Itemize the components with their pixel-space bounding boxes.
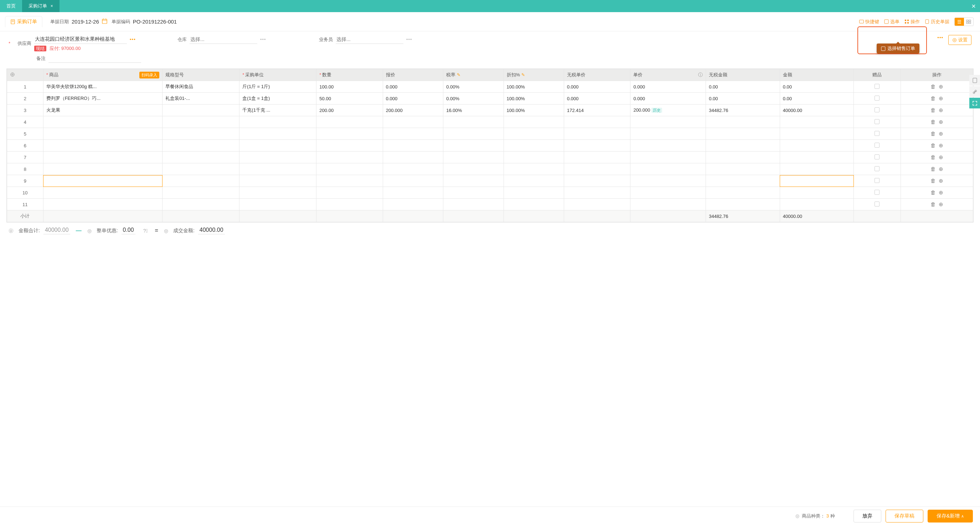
cell-amount-notax[interactable]	[706, 199, 780, 211]
cell-amount[interactable]	[780, 163, 854, 175]
table-row[interactable]: 10 🗑⊕	[7, 187, 973, 199]
cell-discount[interactable]	[504, 187, 564, 199]
cell-price-notax[interactable]: 0.000	[564, 93, 630, 104]
cell-amount-notax[interactable]	[706, 163, 780, 175]
checkbox[interactable]	[875, 178, 880, 183]
cell-discount[interactable]: 100.00%	[504, 81, 564, 93]
cell-amount-notax[interactable]	[706, 140, 780, 152]
col-ops[interactable]: 操作	[900, 69, 973, 81]
help-icon[interactable]: ?⃝	[143, 228, 148, 234]
view-card-icon[interactable]	[964, 18, 973, 26]
settings-button[interactable]: 设置	[948, 35, 972, 45]
cell-spec[interactable]	[162, 152, 239, 163]
scan-button[interactable]: 扫码录入	[139, 72, 159, 78]
cell-price[interactable]	[630, 187, 706, 199]
cell-quote[interactable]	[383, 128, 443, 140]
cell-quote[interactable]	[383, 140, 443, 152]
cell-qty[interactable]	[317, 163, 383, 175]
cell-spec[interactable]	[162, 163, 239, 175]
cell-price[interactable]	[630, 199, 706, 211]
deal-value[interactable]: 40000.00	[198, 227, 225, 234]
cell-quote[interactable]	[383, 116, 443, 128]
add-row-icon[interactable]: ⊕	[939, 142, 943, 148]
cell-gift[interactable]	[854, 116, 900, 128]
cell-unit[interactable]	[239, 152, 317, 163]
cell-price[interactable]	[630, 128, 706, 140]
cell-amount-notax[interactable]: 0.00	[706, 93, 780, 104]
cell-price-notax[interactable]	[564, 187, 630, 199]
checkbox[interactable]	[875, 107, 880, 112]
cell-quote[interactable]	[383, 152, 443, 163]
cell-amount-notax[interactable]	[706, 116, 780, 128]
cell-spec[interactable]	[162, 175, 239, 187]
col-qty[interactable]: *数量	[317, 69, 383, 81]
rail-link-icon[interactable]	[969, 86, 980, 97]
cell-product[interactable]	[43, 199, 162, 211]
checkbox[interactable]	[875, 84, 880, 89]
cell-unit[interactable]: 千克(1千克 ...	[239, 104, 317, 116]
history-link[interactable]: 历史单据	[925, 19, 949, 25]
cell-tax[interactable]	[443, 199, 504, 211]
cell-gift[interactable]	[854, 187, 900, 199]
close-icon[interactable]: ×	[51, 3, 53, 8]
cell-amount[interactable]: 40000.00	[780, 104, 854, 116]
cell-spec[interactable]	[162, 187, 239, 199]
history-tag[interactable]: 历史	[651, 108, 662, 113]
edit-icon[interactable]: ✎	[457, 72, 460, 77]
cell-qty[interactable]: 50.00	[317, 93, 383, 104]
delete-row-icon[interactable]: 🗑	[931, 83, 936, 89]
cell-product[interactable]	[43, 152, 162, 163]
cell-amount[interactable]: 0.00	[780, 93, 854, 104]
add-row-icon[interactable]: ⊕	[939, 107, 943, 113]
cell-qty[interactable]	[317, 187, 383, 199]
cell-tax[interactable]: 0.00%	[443, 93, 504, 104]
cell-gift[interactable]	[854, 140, 900, 152]
cell-amount-notax[interactable]	[706, 128, 780, 140]
checkbox[interactable]	[875, 131, 880, 136]
cell-qty[interactable]	[317, 140, 383, 152]
delete-row-icon[interactable]: 🗑	[931, 95, 936, 101]
cell-product[interactable]: 华美华夫软饼1200g 糕...	[43, 81, 162, 93]
cell-unit[interactable]	[239, 128, 317, 140]
col-unit[interactable]: *采购单位	[239, 69, 317, 81]
cell-quote[interactable]	[383, 163, 443, 175]
cell-amount[interactable]	[780, 152, 854, 163]
cell-price[interactable]: 0.000	[630, 93, 706, 104]
table-row[interactable]: 3 火龙果 千克(1千克 ... 200.00 200.000 16.00% 1…	[7, 104, 973, 116]
cell-quote[interactable]	[383, 187, 443, 199]
cell-gift[interactable]	[854, 128, 900, 140]
cell-tax[interactable]	[443, 175, 504, 187]
cell-unit[interactable]	[239, 187, 317, 199]
cell-unit[interactable]	[239, 116, 317, 128]
supplier-picker-icon[interactable]: •••	[130, 37, 136, 42]
rail-notes-icon[interactable]	[969, 75, 980, 86]
delete-row-icon[interactable]: 🗑	[931, 142, 936, 148]
cell-unit[interactable]	[239, 175, 317, 187]
cell-price[interactable]: 200.000历史	[630, 104, 706, 116]
cell-tax[interactable]: 0.00%	[443, 81, 504, 93]
cell-qty[interactable]	[317, 199, 383, 211]
cell-quote[interactable]: 200.000	[383, 104, 443, 116]
cell-tax[interactable]	[443, 128, 504, 140]
edit-icon[interactable]: ✎	[521, 72, 525, 77]
view-list-icon[interactable]	[955, 18, 964, 26]
cell-amount-notax[interactable]	[706, 152, 780, 163]
delete-row-icon[interactable]: 🗑	[931, 107, 936, 113]
cell-price[interactable]	[630, 163, 706, 175]
operate-link[interactable]: 操作	[904, 19, 920, 25]
cell-unit[interactable]	[239, 163, 317, 175]
select-order-link[interactable]: 选单	[884, 19, 899, 25]
delete-row-icon[interactable]: 🗑	[931, 201, 936, 207]
add-row-icon[interactable]: ⊕	[939, 131, 943, 137]
tab-purchase-order[interactable]: 采购订单 ×	[22, 0, 59, 12]
cell-unit[interactable]: 盒(1盒 = 1盒)	[239, 93, 317, 104]
shortcut-link[interactable]: 快捷键	[859, 19, 879, 25]
cell-quote[interactable]	[383, 199, 443, 211]
discount-value[interactable]: 0.00	[121, 227, 135, 234]
cell-tax[interactable]: 16.00%	[443, 104, 504, 116]
col-discount[interactable]: 折扣%✎	[504, 69, 564, 81]
cell-price-notax[interactable]	[564, 175, 630, 187]
delete-row-icon[interactable]: 🗑	[931, 189, 936, 195]
col-amount-notax[interactable]: 无税金额	[706, 69, 780, 81]
cell-qty[interactable]	[317, 128, 383, 140]
